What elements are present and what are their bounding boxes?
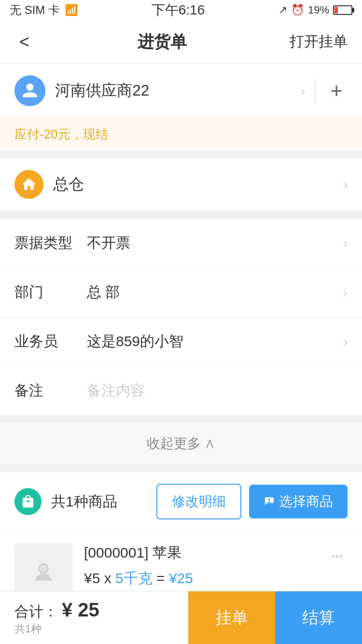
warehouse-building-icon [21, 176, 37, 193]
supplier-warning: 应付-20元，现结 [0, 118, 362, 151]
product-count-text: 共1种商品 [51, 492, 156, 512]
nav-bar: < 进货单 打开挂单 [0, 20, 362, 64]
department-chevron-icon: › [343, 285, 348, 300]
edit-detail-button[interactable]: 修改明细 [156, 484, 241, 519]
status-time: 下午6:16 [152, 1, 205, 19]
product-name: [0000001] 苹果 [84, 543, 327, 563]
select-product-label: 选择商品 [279, 492, 333, 511]
remark-row[interactable]: 备注 备注内容 [0, 366, 362, 415]
remark-label: 备注 [14, 381, 72, 401]
product-unit-price: ¥5 [84, 570, 100, 586]
department-value: 总 部 [72, 282, 343, 302]
product-count-icon [14, 488, 42, 515]
add-supplier-button[interactable]: + [325, 79, 348, 103]
salesperson-value: 这是859的小智 [72, 332, 343, 351]
product-total: ¥25 [169, 570, 193, 586]
ticket-type-chevron-icon: › [343, 236, 348, 251]
total-prefix: 合计： [14, 602, 58, 622]
salesperson-row[interactable]: 业务员 这是859的小智 › [0, 317, 362, 366]
person-icon [21, 82, 39, 99]
warehouse-icon [14, 170, 43, 199]
product-price: ¥5 x 5千克 = ¥25 [84, 569, 327, 588]
alarm-icon: ⏰ [291, 4, 304, 16]
main-content: 河南供应商22 › + 应付-20元，现结 总仓 › 票据类型 不开票 › 部门… [0, 64, 362, 644]
supplier-chevron-icon: › [301, 83, 305, 98]
form-section: 票据类型 不开票 › 部门 总 部 › 业务员 这是859的小智 › 备注 备注… [0, 218, 362, 415]
carrier-text: 无 SIM 卡 [10, 2, 60, 18]
supplier-row[interactable]: 河南供应商22 › + [0, 64, 362, 118]
bottom-bar: 合计： ¥ 25 共1种 挂单 结算 [0, 591, 362, 644]
warehouse-chevron-icon: › [343, 177, 348, 192]
ticket-type-row[interactable]: 票据类型 不开票 › [0, 218, 362, 267]
product-title: 苹果 [153, 545, 181, 560]
warehouse-row[interactable]: 总仓 › [0, 158, 362, 210]
product-equals: = [156, 570, 169, 586]
supplier-divider [315, 79, 316, 103]
total-section: 合计： ¥ 25 共1种 [0, 591, 188, 644]
battery-percent: 19% [308, 4, 329, 16]
product-placeholder-icon: 鲁+ [29, 558, 58, 587]
supplier-section: 河南供应商22 › + 应付-20元，现结 [0, 64, 362, 151]
battery-icon [333, 5, 352, 15]
total-count: 共1种 [14, 622, 174, 636]
salesperson-chevron-icon: › [343, 334, 348, 350]
supplier-avatar [14, 75, 45, 106]
warehouse-name: 总仓 [53, 174, 343, 195]
product-quantity: 5千克 [115, 570, 153, 586]
collapse-bar[interactable]: 收起更多 ∧ [0, 423, 362, 464]
open-hang-button[interactable]: 打开挂单 [290, 32, 348, 52]
salesperson-label: 业务员 [14, 332, 72, 351]
department-row[interactable]: 部门 总 部 › [0, 267, 362, 317]
page-title: 进货单 [138, 31, 187, 53]
product-more-button[interactable]: ··· [327, 543, 348, 568]
remark-value[interactable]: 备注内容 [72, 381, 348, 401]
checkout-button[interactable]: 结算 [275, 591, 362, 644]
total-amount: ¥ 25 [62, 599, 99, 621]
department-label: 部门 [14, 282, 72, 302]
wifi-icon: 📶 [65, 4, 78, 16]
warehouse-section: 总仓 › [0, 158, 362, 210]
status-left: 无 SIM 卡 📶 [10, 2, 78, 18]
product-multiply: x [104, 570, 115, 586]
supplier-name: 河南供应商22 [55, 80, 301, 101]
back-button[interactable]: < [14, 27, 34, 57]
gps-icon: ↗ [278, 4, 287, 16]
hang-button[interactable]: 挂单 [188, 591, 275, 644]
svg-text:鲁+: 鲁+ [41, 568, 46, 571]
shopping-bag-icon [21, 494, 35, 509]
select-product-button[interactable]: 选择商品 [249, 485, 348, 518]
product-code: [0000001] [84, 545, 148, 560]
ticket-type-label: 票据类型 [14, 233, 72, 253]
products-header: 共1种商品 修改明细 选择商品 [0, 472, 362, 532]
status-right: ↗ ⏰ 19% [278, 4, 352, 16]
status-bar: 无 SIM 卡 📶 下午6:16 ↗ ⏰ 19% [0, 0, 362, 20]
product-info: [0000001] 苹果 ¥5 x 5千克 = ¥25 [84, 543, 327, 588]
total-label: 合计： ¥ 25 [14, 599, 174, 622]
select-product-icon [264, 496, 275, 507]
ticket-type-value: 不开票 [72, 233, 343, 253]
